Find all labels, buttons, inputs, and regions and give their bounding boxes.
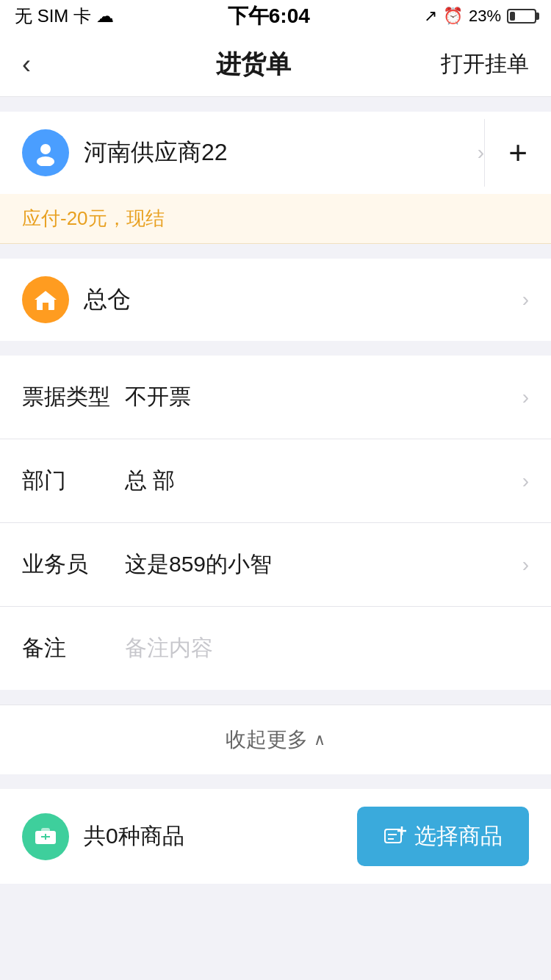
warehouse-row[interactable]: 总仓 › — [0, 259, 551, 341]
remark-input[interactable]: 备注内容 — [110, 633, 529, 663]
select-product-icon — [383, 825, 407, 849]
status-right: ↗ ⏰ 23% — [424, 7, 536, 26]
add-supplier-button[interactable]: + — [485, 112, 551, 194]
open-pending-button[interactable]: 打开挂单 — [441, 49, 529, 79]
remark-label: 备注 — [22, 633, 110, 663]
warehouse-svg — [32, 287, 59, 313]
sim-label: 无 SIM 卡 ☁ — [15, 4, 114, 28]
department-value: 总 部 — [110, 466, 522, 496]
invoice-type-row[interactable]: 票据类型 不开票 › — [0, 356, 551, 439]
collapse-label: 收起更多 — [226, 726, 308, 754]
warehouse-name: 总仓 — [84, 284, 522, 316]
department-row[interactable]: 部门 总 部 › — [0, 439, 551, 523]
department-label: 部门 — [22, 466, 110, 496]
collapse-row[interactable]: 收起更多 ∧ — [0, 705, 551, 774]
warehouse-icon — [22, 276, 69, 323]
bottom-bar: 共0种商品 选择商品 — [0, 789, 551, 884]
battery-icon — [507, 9, 536, 24]
invoice-type-label: 票据类型 — [22, 382, 110, 412]
status-left: 无 SIM 卡 ☁ — [15, 4, 114, 28]
svg-rect-6 — [41, 828, 50, 832]
supplier-name: 河南供应商22 — [84, 137, 478, 169]
page-title: 进货单 — [216, 48, 291, 82]
svg-point-1 — [37, 156, 54, 166]
form-section: 票据类型 不开票 › 部门 总 部 › 业务员 这是859的小智 › 备注 备注… — [0, 356, 551, 690]
status-time: 下午6:04 — [228, 2, 310, 30]
salesperson-label: 业务员 — [22, 550, 110, 580]
notice-banner: 应付-20元，现结 — [0, 194, 551, 244]
salesperson-value: 这是859的小智 — [110, 550, 522, 580]
department-chevron-icon: › — [522, 469, 529, 493]
alarm-icon: ⏰ — [443, 7, 463, 26]
remark-row[interactable]: 备注 备注内容 — [0, 607, 551, 690]
collapse-icon: ∧ — [314, 730, 325, 749]
supplier-section: 河南供应商22 › + — [0, 112, 551, 194]
nav-bar: ‹ 进货单 打开挂单 — [0, 32, 551, 97]
invoice-type-value: 不开票 — [110, 382, 522, 412]
select-product-button[interactable]: 选择商品 — [357, 807, 529, 866]
svg-point-0 — [40, 144, 51, 154]
warehouse-chevron-icon: › — [522, 288, 529, 311]
svg-rect-4 — [43, 303, 48, 310]
product-count-label: 共0种商品 — [84, 821, 357, 851]
salesperson-chevron-icon: › — [522, 553, 529, 577]
battery-percent: 23% — [469, 7, 501, 26]
gap-1 — [0, 97, 551, 112]
svg-marker-3 — [35, 291, 57, 300]
select-product-label: 选择商品 — [414, 821, 503, 851]
status-bar: 无 SIM 卡 ☁ 下午6:04 ↗ ⏰ 23% — [0, 0, 551, 32]
invoice-type-chevron-icon: › — [522, 386, 529, 409]
supplier-chevron-icon: › — [478, 141, 484, 165]
salesperson-row[interactable]: 业务员 这是859的小智 › — [0, 523, 551, 607]
location-icon: ↗ — [424, 7, 437, 26]
person-icon — [32, 140, 59, 166]
product-icon — [22, 813, 69, 860]
back-button[interactable]: ‹ — [22, 49, 66, 80]
cart-svg — [32, 824, 59, 850]
supplier-left[interactable]: 河南供应商22 › — [0, 112, 484, 194]
supplier-avatar — [22, 129, 69, 176]
